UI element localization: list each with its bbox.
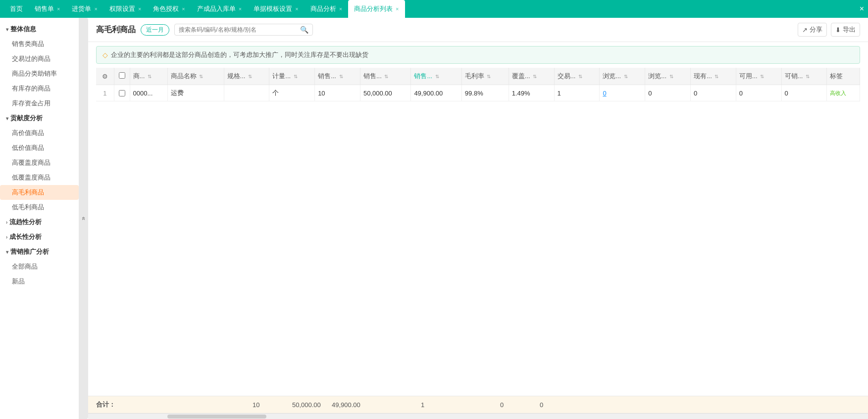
footer-spacer1	[126, 401, 250, 409]
sidebar-group-growth[interactable]: › 成长性分析	[0, 230, 79, 244]
row-trade-count: 1	[554, 85, 600, 101]
sort-icon-sales-qty: ⇅	[339, 74, 343, 79]
sidebar-item-in-stock-goods[interactable]: 有库存的商品	[0, 81, 79, 96]
scroll-thumb[interactable]	[167, 415, 266, 419]
row-coverage: 1.49%	[509, 85, 554, 101]
footer-sales-profit: 49,900.00	[329, 401, 368, 409]
col-current-stock[interactable]: 现有... ⇅	[690, 68, 736, 85]
export-icon: ⬇	[835, 26, 841, 34]
row-available-stock: 0	[736, 85, 781, 101]
row-spec	[224, 85, 269, 101]
col-checkbox	[114, 68, 130, 85]
sidebar-item-sales-goods[interactable]: 销售类商品	[0, 37, 79, 51]
sidebar-group-trend[interactable]: › 流趋性分析	[0, 215, 79, 230]
table-container[interactable]: ⚙ 商... ⇅ 商品名称 ⇅	[88, 68, 868, 396]
col-sales-profit[interactable]: 销售... ⇅	[411, 68, 461, 85]
info-icon: ◇	[102, 51, 108, 59]
sidebar: ▾ 整体信息 销售类商品 交易过的商品 商品分类助销率 有库存的商品 库存资金占…	[0, 18, 79, 419]
close-product-analysis-list-tab[interactable]: ×	[396, 6, 399, 12]
col-sales-amount[interactable]: 销售... ⇅	[360, 68, 410, 85]
close-permissions-tab[interactable]: ×	[138, 6, 141, 12]
nav-item-purchase[interactable]: 进货单 ×	[66, 0, 103, 18]
sidebar-group-overall[interactable]: ▾ 整体信息	[0, 22, 79, 37]
footer-sales-amount: 50,000.00	[289, 401, 329, 409]
sort-icon-sales-amount: ⇅	[384, 74, 388, 79]
sidebar-collapse-button[interactable]: «	[79, 18, 88, 419]
window-close-button[interactable]: ×	[860, 4, 864, 13]
search-icon[interactable]: 🔍	[300, 26, 308, 34]
footer-totals-bar: 合计： 10 50,000.00 49,900.00 1 0 0	[88, 396, 868, 413]
col-trade-count[interactable]: 交易... ⇅	[554, 68, 600, 85]
row-views1[interactable]: 0	[600, 85, 645, 101]
col-name[interactable]: 商品名称 ⇅	[167, 68, 224, 85]
close-template-settings-tab[interactable]: ×	[295, 6, 298, 12]
search-box: 🔍	[174, 24, 313, 36]
row-views2: 0	[645, 85, 691, 101]
sort-icon-views2: ⇅	[669, 74, 673, 79]
sidebar-item-new-goods[interactable]: 新品	[0, 274, 79, 289]
col-unit[interactable]: 计量... ⇅	[269, 68, 315, 85]
sidebar-item-low-margin[interactable]: 低毛利商品	[0, 200, 79, 215]
sort-icon-spec: ⇅	[248, 74, 252, 79]
col-available-stock[interactable]: 可用... ⇅	[736, 68, 781, 85]
nav-item-product-analysis-list[interactable]: 商品分析列表 ×	[348, 0, 405, 18]
nav-item-roles[interactable]: 角色授权 ×	[147, 0, 191, 18]
close-product-storage-tab[interactable]: ×	[239, 6, 242, 12]
col-views1[interactable]: 浏览... ⇅	[600, 68, 645, 85]
row-sales-qty: 10	[315, 85, 360, 101]
bottom-scrollbar[interactable]	[88, 413, 868, 419]
nav-item-sales[interactable]: 销售单 ×	[29, 0, 66, 18]
nav-item-product-analysis[interactable]: 商品分析 ×	[305, 0, 348, 18]
sidebar-item-high-coverage[interactable]: 高覆盖度商品	[0, 155, 79, 170]
sidebar-item-low-coverage[interactable]: 低覆盖度商品	[0, 170, 79, 185]
sidebar-item-traded-goods[interactable]: 交易过的商品	[0, 51, 79, 66]
col-settings[interactable]: ⚙	[96, 68, 114, 85]
col-views2[interactable]: 浏览... ⇅	[645, 68, 691, 85]
sidebar-item-low-value[interactable]: 低价值商品	[0, 140, 79, 155]
sidebar-group-marketing[interactable]: ▾ 营销推广分析	[0, 244, 79, 259]
footer-current-stock: 0	[497, 401, 537, 409]
close-sales-tab[interactable]: ×	[57, 6, 60, 12]
select-all-checkbox[interactable]	[119, 72, 125, 79]
sort-icon-saleable: ⇅	[806, 74, 810, 79]
period-filter-button[interactable]: 近一月	[141, 24, 169, 36]
page-title: 高毛利商品	[96, 25, 136, 35]
col-spec[interactable]: 规格... ⇅	[224, 68, 269, 85]
sidebar-item-high-value[interactable]: 高价值商品	[0, 126, 79, 140]
row-tag: 高收入	[827, 85, 860, 101]
sidebar-item-stock-capital[interactable]: 库存资金占用	[0, 96, 79, 111]
sidebar-item-all-goods[interactable]: 全部商品	[0, 259, 79, 274]
top-nav-bar: 首页 销售单 × 进货单 × 权限设置 × 角色授权 × 产成品入库单 × 单据…	[0, 0, 868, 18]
sidebar-item-category-sales-rate[interactable]: 商品分类助销率	[0, 66, 79, 81]
col-code[interactable]: 商... ⇅	[130, 68, 167, 85]
nav-item-product-storage[interactable]: 产成品入库单 ×	[191, 0, 248, 18]
close-product-analysis-tab[interactable]: ×	[339, 6, 342, 12]
sort-icon-name: ⇅	[199, 74, 203, 79]
sidebar-item-high-margin[interactable]: 高毛利商品	[0, 185, 79, 200]
footer-views1	[458, 401, 497, 409]
nav-item-permissions[interactable]: 权限设置 ×	[103, 0, 147, 18]
content-header: 高毛利商品 近一月 🔍 ↗ 分享 ⬇ 导出	[88, 18, 868, 42]
share-button[interactable]: ↗ 分享	[798, 23, 827, 37]
close-purchase-tab[interactable]: ×	[94, 6, 97, 12]
row-current-stock: 0	[690, 85, 736, 101]
sidebar-group-contribution[interactable]: ▾ 贡献度分析	[0, 111, 79, 126]
nav-item-template-settings[interactable]: 单据模板设置 ×	[248, 0, 304, 18]
row-sales-profit: 49,900.00	[411, 85, 461, 101]
nav-item-home[interactable]: 首页	[4, 0, 29, 18]
row-checkbox	[114, 85, 130, 101]
row-select-checkbox[interactable]	[119, 90, 125, 96]
search-input[interactable]	[179, 26, 300, 33]
sort-icon-views1: ⇅	[624, 74, 628, 79]
export-button[interactable]: ⬇ 导出	[831, 23, 860, 37]
settings-icon[interactable]: ⚙	[102, 73, 108, 80]
col-sales-qty[interactable]: 销售... ⇅	[315, 68, 360, 85]
contribution-arrow-icon: ▾	[6, 116, 8, 121]
overall-arrow-icon: ▾	[6, 27, 8, 32]
col-coverage[interactable]: 覆盖... ⇅	[509, 68, 554, 85]
col-saleable[interactable]: 可销... ⇅	[781, 68, 827, 85]
close-roles-tab[interactable]: ×	[182, 6, 185, 12]
row-name: 运费	[167, 85, 224, 101]
col-tag[interactable]: 标签	[827, 68, 860, 85]
col-gross-margin[interactable]: 毛利率 ⇅	[461, 68, 509, 85]
